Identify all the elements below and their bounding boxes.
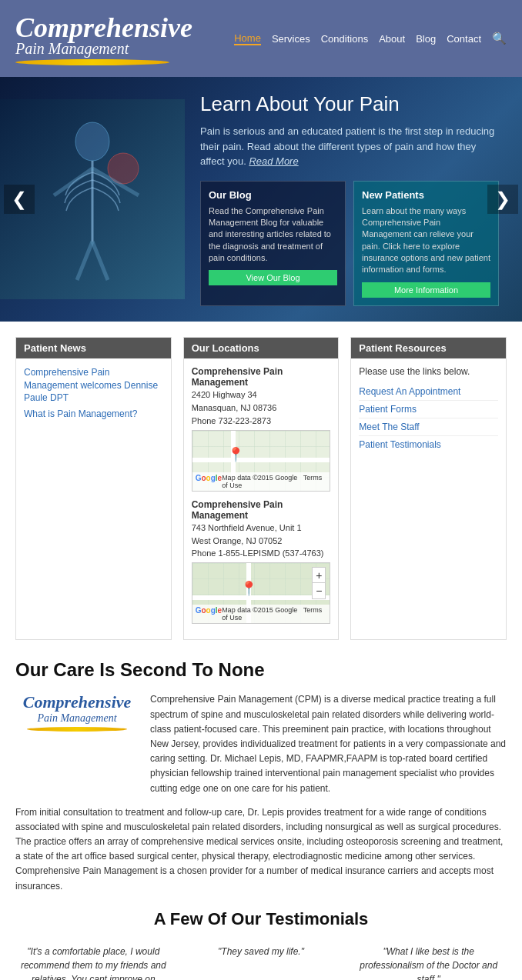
map-zoom-in[interactable]: + bbox=[312, 567, 326, 584]
logo: Comprehensive Pain Management bbox=[15, 12, 192, 65]
hero-read-more-link[interactable]: Read More bbox=[249, 155, 298, 167]
resource-link-testimonials[interactable]: Patient Testimonials bbox=[359, 436, 498, 453]
hero-body-illustration bbox=[23, 111, 162, 288]
location-2-phone: Phone 1-855-LEPISMD (537-4763) bbox=[192, 548, 331, 558]
svg-line-6 bbox=[92, 242, 108, 280]
patient-news-link-2[interactable]: What is Pain Management? bbox=[24, 408, 163, 419]
locations-body: Comprehensive Pain Management 2420 Highw… bbox=[184, 358, 339, 640]
new-patients-card: New Patients Learn about the many ways C… bbox=[353, 181, 499, 306]
main-content: Patient News Comprehensive Pain Manageme… bbox=[0, 322, 522, 980]
map-copyright-1: Map data ©2015 Google Terms of Use bbox=[222, 474, 326, 489]
location-1-phone: Phone 732-223-2873 bbox=[192, 416, 331, 425]
map-copyright-2: Map data ©2015 Google Terms of Use bbox=[222, 606, 326, 622]
about-logo: Comprehensive Pain Management bbox=[15, 692, 139, 795]
blog-card-title: Our Blog bbox=[209, 189, 337, 201]
svg-point-0 bbox=[75, 122, 109, 161]
about-logo-swoosh bbox=[27, 727, 127, 732]
more-information-button[interactable]: More Information bbox=[362, 282, 490, 298]
search-icon[interactable]: 🔍 bbox=[492, 32, 507, 45]
about-section: Our Care Is Second To None Comprehensive… bbox=[15, 659, 507, 893]
location-2-addr1: 743 Northfield Avenue, Unit 1 bbox=[192, 522, 331, 534]
nav-contact[interactable]: Contact bbox=[447, 33, 481, 45]
hero-text: Pain is serious and an educated patient … bbox=[200, 124, 499, 169]
resource-link-staff[interactable]: Meet The Staff bbox=[359, 418, 498, 436]
patient-resources-header: Patient Resources bbox=[351, 338, 506, 358]
patient-news-link-1[interactable]: Comprehensive Pain Management welcomes D… bbox=[24, 366, 163, 405]
location-1-map: 📍 Google Map data ©2015 Google Terms of … bbox=[192, 430, 331, 492]
about-inner: Comprehensive Pain Management Comprehens… bbox=[15, 692, 507, 795]
testimonial-2: "They saved my life." bbox=[183, 945, 340, 980]
resources-desc: Please use the links below. bbox=[359, 366, 498, 377]
google-logo-2: Google bbox=[196, 606, 222, 622]
patient-news-body: Comprehensive Pain Management welcomes D… bbox=[16, 358, 171, 427]
hero-title: Learn About Your Pain bbox=[200, 92, 499, 116]
about-logo-main: Comprehensive bbox=[15, 692, 139, 712]
about-logo-sub: Pain Management bbox=[15, 712, 139, 725]
patient-resources-body: Please use the links below. Request An A… bbox=[351, 358, 506, 461]
resource-link-appointment[interactable]: Request An Appointment bbox=[359, 383, 498, 401]
location-2-name: Comprehensive Pain Management bbox=[192, 499, 331, 521]
about-body-2: From initial consultation to treatment a… bbox=[15, 805, 507, 894]
patient-news-header: Patient News bbox=[16, 338, 171, 358]
location-2-map: 📍 + − Google Map data ©2015 Google Terms… bbox=[192, 562, 331, 624]
logo-main-text: Comprehensive bbox=[15, 12, 192, 44]
testimonials-grid: "It's a comfortable place, I would recom… bbox=[15, 945, 507, 980]
about-title: Our Care Is Second To None bbox=[15, 659, 507, 681]
nav-conditions[interactable]: Conditions bbox=[321, 33, 368, 45]
about-body-1: Comprehensive Pain Management (CPM) is a… bbox=[150, 692, 507, 795]
new-patients-card-text: Learn about the many ways Comprehensive … bbox=[362, 205, 490, 276]
nav-blog[interactable]: Blog bbox=[416, 33, 436, 45]
main-nav: Home Services Conditions About Blog Cont… bbox=[234, 32, 507, 45]
location-2-addr2: West Orange, NJ 07052 bbox=[192, 535, 331, 547]
patient-resources-box: Patient Resources Please use the links b… bbox=[350, 337, 507, 641]
site-header: Comprehensive Pain Management Home Servi… bbox=[0, 0, 522, 77]
hero-next-arrow[interactable]: ❯ bbox=[487, 185, 518, 214]
new-patients-card-title: New Patients bbox=[362, 189, 490, 201]
view-blog-button[interactable]: View Our Blog bbox=[209, 270, 337, 285]
locations-header: Our Locations bbox=[184, 338, 339, 358]
location-1-addr1: 2420 Highway 34 bbox=[192, 389, 331, 401]
hero-content: Learn About Your Pain Pain is serious an… bbox=[185, 77, 522, 322]
nav-about[interactable]: About bbox=[379, 33, 405, 45]
locations-box: Our Locations Comprehensive Pain Managem… bbox=[183, 337, 340, 641]
testimonials-section: A Few Of Our Testimonials "It's a comfor… bbox=[15, 909, 507, 980]
testimonial-1: "It's a comfortable place, I would recom… bbox=[15, 945, 172, 980]
blog-card-text: Read the Comprehensive Pain Management B… bbox=[209, 205, 337, 265]
testimonials-title: A Few Of Our Testimonials bbox=[15, 909, 507, 929]
info-columns: Patient News Comprehensive Pain Manageme… bbox=[15, 337, 507, 641]
blog-card: Our Blog Read the Comprehensive Pain Man… bbox=[200, 181, 346, 306]
patient-news-box: Patient News Comprehensive Pain Manageme… bbox=[15, 337, 172, 641]
hero-section: ❮ Learn About Your Pain Pain bbox=[0, 77, 522, 322]
google-logo-1: Google bbox=[196, 474, 222, 489]
logo-swoosh bbox=[15, 59, 169, 65]
hero-prev-arrow[interactable]: ❮ bbox=[4, 185, 35, 214]
map-zoom-out[interactable]: − bbox=[312, 582, 326, 599]
hero-cards: Our Blog Read the Comprehensive Pain Man… bbox=[200, 181, 499, 306]
testimonial-3: "What I like best is the professionalism… bbox=[350, 945, 507, 980]
nav-home[interactable]: Home bbox=[234, 32, 261, 45]
svg-line-5 bbox=[77, 242, 92, 280]
nav-services[interactable]: Services bbox=[272, 33, 310, 45]
resource-link-forms[interactable]: Patient Forms bbox=[359, 401, 498, 418]
location-1-name: Comprehensive Pain Management bbox=[192, 366, 331, 388]
location-1-addr2: Manasquan, NJ 08736 bbox=[192, 402, 331, 414]
